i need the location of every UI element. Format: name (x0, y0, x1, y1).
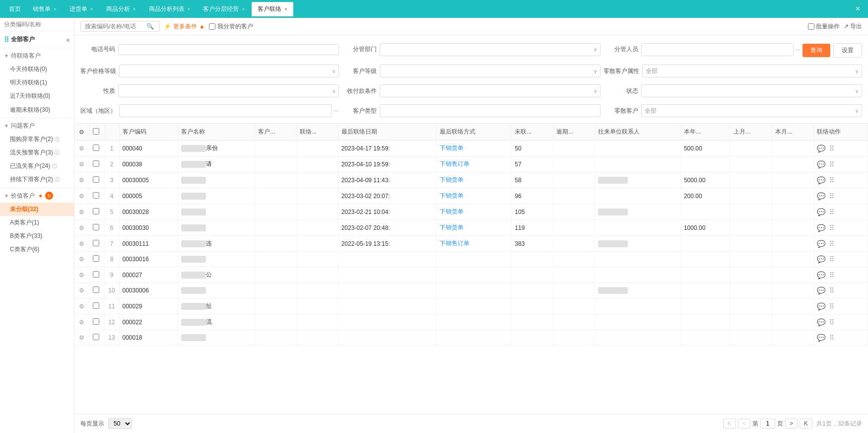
gender-select[interactable]: ∨ (118, 84, 339, 97)
row-checkbox[interactable] (89, 314, 104, 330)
dept-select[interactable]: ∨ (380, 43, 601, 56)
contact-icon[interactable]: 💬 (817, 302, 825, 310)
type-column-header[interactable]: 客户... (255, 124, 297, 141)
row-settings[interactable]: ⚙ (74, 298, 89, 314)
row-select-checkbox[interactable] (93, 318, 99, 325)
contact-icon[interactable]: 💬 (817, 240, 825, 248)
row-settings[interactable]: ⚙ (74, 204, 89, 220)
sidebar-item-class-a[interactable]: A类客户(1) (0, 216, 74, 229)
close-tab-purchase[interactable]: × (90, 6, 93, 12)
tab-purchase-order[interactable]: 进货单 × (64, 2, 99, 16)
search-icon[interactable]: 🔍 (146, 23, 154, 30)
row-actions[interactable]: 💬 ⠿ (814, 314, 868, 330)
row-settings[interactable]: ⚙ (74, 252, 89, 267)
row-settings[interactable]: ⚙ (74, 156, 89, 172)
close-all-button[interactable]: × (852, 2, 864, 15)
last-contact-way-header[interactable]: 最后联络方式 (436, 124, 512, 141)
last-page-button[interactable]: K (800, 419, 812, 429)
batch-op-button[interactable]: 批量操作 (808, 22, 840, 31)
customer-type-select[interactable] (380, 104, 601, 117)
contact-icon[interactable]: 💬 (817, 287, 825, 294)
row-last-contact-way[interactable] (436, 298, 512, 314)
row-last-contact-way[interactable] (436, 330, 512, 346)
row-select-checkbox[interactable] (93, 302, 99, 309)
home-tab[interactable]: 首页 (4, 2, 26, 16)
row-actions[interactable]: 💬 ⠿ (814, 298, 868, 314)
search-box[interactable]: 🔍 (80, 21, 160, 32)
sidebar-search-bar[interactable]: 🔍 (0, 18, 74, 31)
contact-icon[interactable]: 💬 (817, 208, 825, 216)
sidebar-item-week-pending[interactable]: 近7天待联络(0) (0, 89, 74, 103)
contact-column-header[interactable]: 联络... (296, 124, 338, 141)
row-actions[interactable]: 💬 ⠿ (814, 267, 868, 283)
contact-way-link[interactable]: 下销货单 (440, 224, 464, 231)
row-checkbox[interactable] (89, 156, 104, 172)
tab-product-analysis-list[interactable]: 商品分析列表 × (143, 2, 197, 16)
close-tab-segment[interactable]: × (242, 6, 245, 12)
row-name[interactable] (178, 220, 255, 236)
more-actions-icon[interactable]: ⠿ (829, 287, 834, 294)
company-contact-header[interactable]: 往来单位联系人 (595, 124, 680, 141)
select-all-checkbox[interactable] (93, 128, 99, 135)
manager-select[interactable] (641, 43, 794, 56)
row-settings[interactable]: ⚙ (74, 236, 89, 252)
sidebar-item-class-c[interactable]: C类客户(6) (0, 243, 74, 256)
sidebar-item-ungrouped[interactable]: 未分组(32) (0, 203, 74, 216)
contact-icon[interactable]: 💬 (817, 192, 825, 200)
row-actions[interactable]: 💬 ⠿ (814, 188, 868, 204)
row-checkbox[interactable] (89, 283, 104, 298)
sidebar-group-pending[interactable]: ▼ 待联络客户 (0, 49, 74, 63)
close-tab-product-analysis[interactable]: × (133, 6, 136, 12)
row-name[interactable]: 公 (178, 267, 255, 283)
row-select-checkbox[interactable] (93, 255, 99, 262)
sidebar-item-tomorrow-pending[interactable]: 明天待联络(1) (0, 76, 74, 89)
all-customers-header[interactable]: ⠿ 全部客户 « (0, 31, 74, 47)
row-last-contact-way[interactable] (436, 283, 512, 298)
more-actions-icon[interactable]: ⠿ (829, 160, 834, 168)
sidebar-item-abnormal[interactable]: 囤购异常客户(2) ⓘ (0, 133, 74, 146)
sidebar-item-overdue-pending[interactable]: 逾期未联络(30) (0, 103, 74, 117)
contact-icon[interactable]: 💬 (817, 255, 825, 263)
row-checkbox[interactable] (89, 204, 104, 220)
more-actions-icon[interactable]: ⠿ (829, 144, 834, 152)
row-last-contact-way[interactable]: 下销售订单 (436, 236, 512, 252)
phone-input[interactable] (118, 44, 339, 55)
sidebar-group-problem[interactable]: ▼ 问题客户 (0, 119, 74, 133)
row-checkbox[interactable] (89, 267, 104, 283)
row-actions[interactable]: 💬 ⠿ (814, 172, 868, 188)
export-button[interactable]: ↗ 导出 (844, 22, 862, 31)
row-last-contact-way[interactable]: 下销售订单 (436, 156, 512, 172)
sidebar-search-input[interactable] (4, 21, 74, 28)
manager-more-icon[interactable]: ··· (796, 46, 801, 53)
row-settings[interactable]: ⚙ (74, 141, 89, 156)
retail-customer-select[interactable]: 全部∨ (641, 104, 862, 117)
code-column-header[interactable]: 客户编码 (119, 124, 178, 141)
row-settings[interactable]: ⚙ (74, 172, 89, 188)
no-contact-header[interactable]: 未联... (512, 124, 553, 141)
row-settings[interactable]: ⚙ (74, 330, 89, 346)
row-last-contact-way[interactable]: 下销货单 (436, 204, 512, 220)
row-actions[interactable]: 💬 ⠿ (814, 220, 868, 236)
row-select-checkbox[interactable] (93, 144, 99, 151)
row-select-checkbox[interactable] (93, 240, 99, 246)
row-last-contact-way[interactable]: 下销货单 (436, 172, 512, 188)
next-page-button[interactable]: > (785, 419, 798, 429)
row-checkbox[interactable] (89, 220, 104, 236)
page-number-input[interactable] (760, 419, 775, 429)
row-select-checkbox[interactable] (93, 208, 99, 215)
status-select[interactable]: ∨ (641, 84, 862, 97)
batch-op-check[interactable] (808, 23, 814, 30)
contact-icon[interactable]: 💬 (817, 176, 825, 184)
row-actions[interactable]: 💬 ⠿ (814, 252, 868, 267)
row-name[interactable] (178, 252, 255, 267)
prev-page-button[interactable]: < (738, 419, 750, 429)
more-actions-icon[interactable]: ⠿ (829, 318, 834, 326)
row-select-checkbox[interactable] (93, 271, 99, 278)
name-column-header[interactable]: 客户名称 (178, 124, 255, 141)
sidebar-collapse-icon[interactable]: « (66, 36, 70, 44)
contact-icon[interactable]: 💬 (817, 271, 825, 279)
retail-attr-select[interactable]: 全部∨ (642, 65, 862, 77)
row-checkbox[interactable] (89, 298, 104, 314)
row-settings[interactable]: ⚙ (74, 283, 89, 298)
row-actions[interactable]: 💬 ⠿ (814, 156, 868, 172)
